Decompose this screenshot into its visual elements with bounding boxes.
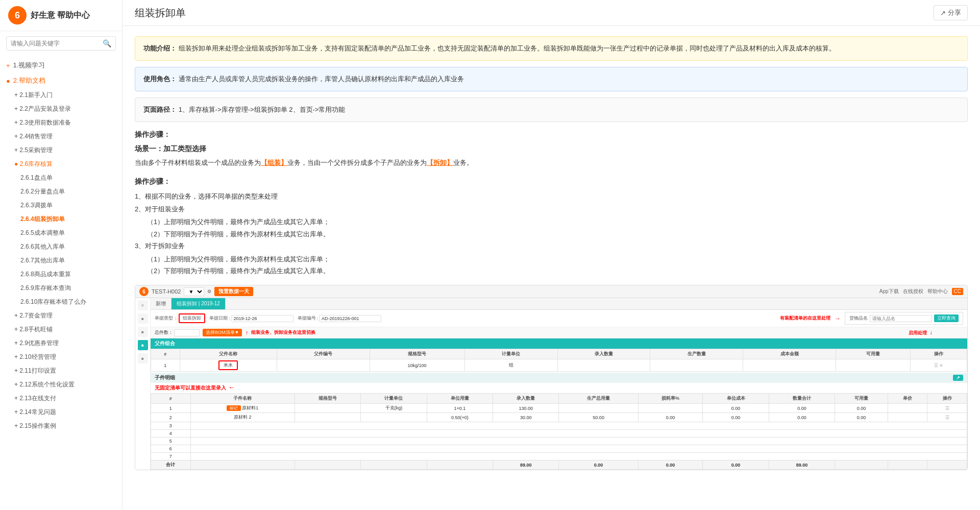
mock-child-1-action[interactable]: ☰: [945, 406, 949, 411]
anno-mid-text: 组装业务、拆卸业务在这里切换: [251, 329, 315, 336]
mock-date-input[interactable]: [231, 315, 293, 322]
sidebar-item-2-6-5[interactable]: 2.6.5成本调整单: [0, 226, 122, 240]
sidebar-item-2-6-10[interactable]: 2.6.10库存账本错了么办: [0, 295, 122, 309]
sidebar-item-2-6-1[interactable]: 2.6.1盘点单: [0, 171, 122, 185]
nav-tree: + 1.视频学习 ● 2.帮助文档 + 2.1新手入门 + 2.2产品安装及登录…: [0, 56, 122, 510]
sidebar-item-2-12[interactable]: + 2.12系统个性化设置: [0, 378, 122, 392]
mock-form-row-1: 单据类型 : 组装拆卸 单据日期: 单据编号:: [151, 310, 967, 327]
anno-mid-arrow: ↑: [245, 329, 248, 336]
sidebar-item-2-4[interactable]: + 2.4销售管理: [0, 130, 122, 143]
mock-nav-icon-5[interactable]: ■: [138, 353, 148, 363]
mock-no-label: 单据编号: [298, 315, 316, 322]
scenario1-desc: 当由多个子件材料组装成一个成品的业务为【组装】业务，当由一个父件拆分成多个子产品…: [135, 157, 968, 168]
role-text: 通常由生产人员或库管人员完成拆装业务的操作，库管人员确认原材料的出库和产成品的入…: [179, 75, 464, 83]
expand-icon-2-5: +: [14, 147, 18, 154]
share-button[interactable]: ↗ 分享: [934, 5, 968, 20]
sidebar-item-2-6-9[interactable]: 2.6.9库存账本查询: [0, 281, 122, 295]
mock-no-input[interactable]: [319, 315, 381, 322]
mock-parent-table: # 父件名称 父件编号 规格型号 计量单位 录入数量 生产数量 成本金额 可用量: [151, 349, 967, 372]
expand-icon-2-9: +: [14, 339, 18, 347]
path-block: 页面路径： 1、库存核算->库存管理->组装拆卸单 2、首页->常用功能: [135, 98, 968, 122]
mock-child-row-3: 3: [151, 422, 967, 430]
sidebar-item-1-label: 1.视频学习: [13, 61, 45, 70]
sidebar-item-2-9[interactable]: + 2.9优惠券管理: [0, 336, 122, 350]
mock-child-row-2: 2 原材料 2 0.50(+0) 30.00 50.00 0.00 0.00: [151, 413, 967, 422]
sidebar-item-2-6[interactable]: ● 2.6库存核算: [0, 157, 122, 171]
share-icon: ↗: [940, 9, 946, 17]
mock-col-unit: 计量单位: [464, 349, 557, 359]
mock-main: 新增 组装拆卸 | 2019-12 单据类型 : 组装拆卸 单据日期:: [151, 298, 967, 470]
sidebar-item-1[interactable]: + 1.视频学习: [0, 58, 122, 73]
mock-type-value[interactable]: 组装拆卸: [179, 313, 205, 323]
mock-topbar-select[interactable]: ▼: [184, 287, 204, 296]
sidebar-item-2-10[interactable]: + 2.10经营管理: [0, 350, 122, 364]
mock-nav-icon-2[interactable]: ■: [138, 313, 148, 324]
mock-sidebar-mini: ≡ ■ ■ ■ ■: [135, 298, 151, 470]
mock-child-row-1: 1 标记原材料1 千克(kg) 1+0.1 130.00 0.00: [151, 404, 967, 413]
sidebar-item-2-6-4[interactable]: 2.6.4组装拆卸单: [0, 212, 122, 226]
step3-sub1: （1）上部明细为父件明细，最终作为原材料生成其它出库单；: [135, 253, 968, 265]
sidebar-item-2-3[interactable]: + 2.3使用前数据准备: [0, 116, 122, 130]
sidebar-item-2-1[interactable]: + 2.1新手入门: [0, 88, 122, 102]
mock-choose-bom-btn[interactable]: 选择BOM清单▼: [203, 329, 242, 336]
search-input[interactable]: [11, 40, 103, 47]
mock-tab-current[interactable]: 组装拆卸 | 2019-12: [172, 298, 226, 309]
mock-col-spec: 规格型号: [370, 349, 464, 359]
mock-body: ≡ ■ ■ ■ ■ 新增 组装拆卸 | 2019-12: [135, 298, 967, 470]
mock-row-del[interactable]: ✕: [939, 363, 943, 368]
mock-tab-new[interactable]: 新增: [151, 298, 172, 309]
mock-child-col-avail: 可用量: [835, 394, 888, 404]
mock-nav-icon-4[interactable]: ■: [138, 340, 148, 350]
mock-nav-icon-1[interactable]: ≡: [138, 300, 148, 310]
mock-child-row-4: 4: [151, 430, 967, 438]
mock-count-input[interactable]: [174, 329, 200, 336]
search-icon[interactable]: 🔍: [103, 39, 111, 47]
sidebar-item-2-6-2[interactable]: 2.6.2分量盘点单: [0, 185, 122, 199]
sidebar-item-2[interactable]: ● 2.帮助文档: [0, 73, 122, 88]
mock-user: CC: [952, 288, 963, 295]
mock-field-date: 单据日期:: [209, 315, 293, 322]
sidebar-item-2-14[interactable]: + 2.14常见问题: [0, 405, 122, 419]
search-box[interactable]: 🔍: [6, 36, 116, 51]
mock-child-col-loss: 损耗率%: [638, 394, 703, 404]
mock-topbar-orange-btn[interactable]: 预置数据一天: [214, 287, 253, 296]
mock-expand-icon-top-right[interactable]: ↗: [953, 375, 963, 381]
ops-steps-sub-title: 操作步骤：: [135, 177, 968, 186]
func-intro-label: 功能介绍：: [143, 44, 177, 52]
path-label: 页面路径：: [143, 106, 177, 113]
step2-sub1: （1）上部明细为父件明细，最终作为产成品生成其它入库单；: [135, 216, 968, 228]
expand-icon-2-15: +: [14, 422, 18, 429]
mock-row-action[interactable]: ☰: [934, 363, 938, 368]
mock-count-field: 总件数：: [155, 329, 200, 336]
sidebar-item-2-8[interactable]: + 2.8手机旺铺: [0, 323, 122, 336]
sidebar-item-2-13[interactable]: + 2.13在线支付: [0, 392, 122, 405]
mock-popup-btn[interactable]: 立即查询: [934, 314, 959, 322]
expand-icon-2-2: +: [14, 105, 18, 112]
sidebar-item-2-5[interactable]: + 2.5采购管理: [0, 143, 122, 157]
sidebar-item-2-6-8[interactable]: 2.6.8商品成本重算: [0, 268, 122, 281]
mock-field-no: 单据编号:: [298, 315, 382, 322]
mock-parent-name-cell[interactable]: 米水: [218, 360, 238, 370]
sidebar-item-2-6-7[interactable]: 2.6.7其他出库单: [0, 254, 122, 268]
mock-child-col-unit: 计量单位: [361, 394, 427, 404]
sidebar-item-2-7[interactable]: + 2.7资金管理: [0, 309, 122, 323]
top-bar: 组装拆卸单 ↗ 分享: [122, 0, 980, 26]
sidebar-item-2-15[interactable]: + 2.15操作案例: [0, 419, 122, 433]
sidebar-item-2-6-6[interactable]: 2.6.6其他入库单: [0, 240, 122, 254]
sidebar: 6 好生意 帮助中心 🔍 + 1.视频学习 ● 2.帮助文档 + 2.1新手入门…: [0, 0, 122, 510]
mock-child-2-action[interactable]: ☰: [945, 415, 949, 420]
func-intro-text: 组装拆卸单用来处理企业组装或拆卸等加工业务，支持有固定装配清单的产品加工业务，也…: [179, 44, 836, 52]
mock-bom-area: 货物品名 立即查询: [845, 312, 963, 325]
mock-type-label: 单据类型: [155, 315, 173, 322]
anno-bottom-text: 无固定清单可以直接在这里录入: [155, 384, 226, 392]
mock-child-col-name: 子件名称: [190, 394, 295, 404]
mock-child-table: # 子件名称 规格型号 计量单位 单位用量 录入数量 生产总用量 损耗率% 单位: [151, 393, 967, 470]
mock-popup-input[interactable]: [870, 315, 932, 322]
mock-child-section-header: 子件明细 ↗: [151, 373, 967, 383]
sidebar-item-2-6-3[interactable]: 2.6.3调拨单: [0, 199, 122, 212]
sidebar-item-2-2[interactable]: + 2.2产品安装及登录: [0, 102, 122, 116]
role-label: 使用角色：: [143, 75, 177, 83]
expand-icon-2-10: +: [14, 353, 18, 360]
mock-nav-icon-3[interactable]: ■: [138, 327, 148, 337]
sidebar-item-2-11[interactable]: + 2.11打印设置: [0, 364, 122, 378]
